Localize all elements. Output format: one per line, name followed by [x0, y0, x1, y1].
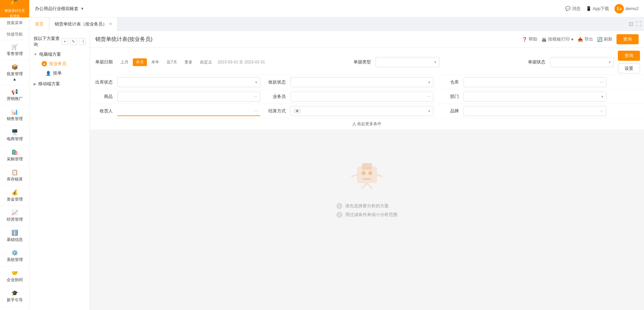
avatar: Ea [614, 4, 624, 13]
tab-close-icon[interactable]: ✕ [109, 22, 112, 26]
tab-actions: ⊡ ⛶ [118, 21, 644, 27]
sidebar-item-purchase[interactable]: 🛍️ 采购管理 [0, 146, 29, 166]
date-more[interactable]: 更多 [181, 58, 196, 66]
goods-input[interactable]: ··· [117, 92, 260, 102]
tab-restore-icon[interactable]: ⊡ [629, 21, 633, 27]
sidebar-item-marketing[interactable]: 📢 营销推广 [0, 85, 29, 105]
svg-point-3 [368, 171, 372, 175]
doc-type-label: 单据类型 [352, 59, 374, 65]
sidebar-item-inventory[interactable]: 📋 库存核算 [0, 166, 29, 186]
settlement-input[interactable]: ✕ ▾ [290, 106, 433, 116]
add-scheme-btn[interactable]: + [61, 38, 68, 45]
user-avatar[interactable]: Ea demo2 [614, 4, 639, 13]
settlement-tag-x-btn[interactable]: ✕ [296, 109, 299, 113]
settlement-label: 结算方式 [267, 108, 288, 114]
date-this-month[interactable]: 本月 [133, 58, 147, 66]
template-print-btn[interactable]: 🖨️ 按模板打印 ▾ [541, 36, 574, 42]
tab-sales-stat[interactable]: 销货单统计表（按业务员） ✕ [49, 17, 118, 31]
topbar-right: 💬 消息 📱 App下载 Ea demo2 [565, 4, 639, 13]
export-btn[interactable]: 📤 导出 [578, 36, 593, 42]
warehouse-input[interactable]: ··· [464, 77, 606, 87]
collapse-btn[interactable]: ⋀ 收起更多条件 [353, 121, 381, 127]
salesperson-ellipsis: ··· [427, 94, 430, 100]
tree-desktop-label: 电脑端方案 [39, 51, 61, 57]
tree-item-salesperson[interactable]: ● 按业务员 [30, 59, 90, 68]
receipt-status-chevron: ▾ [428, 80, 430, 85]
date-this-year[interactable]: 本年 [148, 58, 162, 66]
tab-home[interactable]: 首页 [30, 17, 49, 31]
logo-icon: 🍊 [10, 0, 19, 8]
sidebar-item-ecommerce[interactable]: 🖥️ 电商管理 [0, 125, 29, 146]
page-actions: ❓ 帮助 🖨️ 按模板打印 ▾ 📤 导出 � [522, 34, 639, 44]
salesperson-input[interactable]: ··· [290, 92, 433, 102]
tab-fullscreen-icon[interactable]: ⛶ [636, 21, 641, 27]
tree-mobile-group[interactable]: ▶ 移动端方案 [30, 79, 90, 89]
sidebar-item-operations[interactable]: 📈 经营管理 [0, 206, 29, 226]
sidebar-item-newguide[interactable]: 🎓 新手引导 [0, 287, 29, 307]
department-chevron: ▾ [601, 95, 603, 99]
sidebar-item-system[interactable]: ⚙️ 系统管理 [0, 246, 29, 266]
sidebar-item-wholesale[interactable]: 📦 批发管理 ▲ [0, 60, 29, 85]
tree-desktop-group[interactable]: ▼ 电脑端方案 [30, 50, 90, 59]
message-btn[interactable]: 💬 消息 [565, 6, 581, 12]
date-range: 2023-03-01 至 2023-03-31 [218, 59, 265, 65]
svg-line-8 [377, 175, 382, 176]
sidebar-item-retail[interactable]: 🛒 零售管理 [0, 40, 29, 60]
date-last-month[interactable]: 上月 [117, 58, 131, 66]
sidebar-item-finance[interactable]: 💰 资金管理 [0, 186, 29, 206]
query-button-right[interactable]: 查询 [618, 51, 640, 61]
sidebar-logo[interactable]: 🍊 畅捷通好生意 标准版 [0, 0, 29, 17]
tip-num-1: 1 [336, 203, 342, 209]
doc-status-chevron: ▾ [609, 60, 611, 64]
brand-ellipsis: ··· [600, 108, 603, 114]
date-last7days[interactable]: 近7天 [164, 58, 180, 66]
sidebar-quick-nav[interactable]: 快捷导航 [0, 29, 29, 40]
doc-status-label: 单据状态 [527, 59, 548, 65]
help-icon: ❓ [522, 37, 527, 42]
warehouse-ellipsis: ··· [600, 79, 603, 85]
brand-input[interactable]: ··· [464, 106, 606, 116]
doc-type-input[interactable]: ▾ [376, 57, 439, 67]
stock-status-chevron: ▾ [255, 80, 257, 85]
tree-item-byorder[interactable]: 👤 按单 [30, 68, 90, 78]
stock-status-input[interactable]: ▾ [117, 77, 260, 87]
goods-ellipsis: ··· [254, 94, 257, 100]
svg-point-2 [362, 171, 366, 175]
app-download-btn[interactable]: 📱 App下载 [586, 6, 609, 12]
left-panel-actions: + ✎ 《 [61, 38, 86, 45]
topbar-dropdown[interactable]: ▾ [81, 6, 84, 11]
ecommerce-icon: 🖥️ [11, 129, 18, 135]
main-area: 办公用品行业模拟账套 ▾ 💬 消息 📱 App下载 Ea demo2 首页 销货… [30, 0, 644, 310]
receipt-status-input[interactable]: ▾ [290, 77, 433, 87]
content: 按以下方案查询 + ✎ 《 ▼ 电脑端方案 ● 按业务员 👤 按单 [30, 31, 644, 310]
refresh-icon: 🔄 [597, 37, 602, 42]
settings-button[interactable]: 设置 [618, 63, 640, 73]
sidebar-item-enterprise[interactable]: 🤝 企业协同 [0, 266, 29, 287]
collapse-row: ⋀ 收起更多条件 [90, 118, 644, 130]
warehouse-label: 仓库 [440, 79, 462, 85]
collapse-panel-btn[interactable]: 《 [79, 38, 86, 45]
empty-icon [347, 156, 387, 196]
department-input[interactable]: ▾ [464, 92, 606, 102]
sidebar-item-basic-info[interactable]: ℹ️ 基础信息 [0, 226, 29, 246]
settlement-chevron: ▾ [428, 109, 430, 113]
refresh-btn[interactable]: 🔄 刷新 [597, 36, 612, 42]
receiver-label: 收货人 [94, 108, 115, 114]
tree-mobile-label: 移动端方案 [38, 81, 60, 87]
date-custom[interactable]: 自定义 [197, 58, 215, 66]
people-icon: 👤 [46, 71, 51, 76]
sidebar-item-sales[interactable]: 📊 销售管理 [0, 105, 29, 125]
receipt-status-label: 收款状态 [267, 79, 288, 85]
sidebar-search[interactable]: 搜索菜单 [0, 17, 29, 29]
sidebar-item-appcenter[interactable]: 📱 应用中心 [0, 307, 29, 310]
doc-status-input[interactable]: ▾ [550, 57, 614, 67]
filter-section: 单据日期 上月 本月 本年 近7天 更多 自定义 2023-03-01 至 20… [90, 48, 644, 130]
edit-scheme-btn[interactable]: ✎ [70, 38, 77, 45]
page-title-row: 销货单统计表(按业务员) ❓ 帮助 🖨️ 按模板打印 ▾ 📤 [95, 34, 639, 44]
svg-line-5 [362, 183, 367, 188]
page-title: 销货单统计表(按业务员) [95, 36, 153, 43]
query-button[interactable]: 查询 [616, 34, 639, 44]
system-icon: ⚙️ [11, 250, 18, 256]
receiver-input[interactable]: ··· [117, 106, 260, 116]
help-btn[interactable]: ❓ 帮助 [522, 36, 537, 42]
